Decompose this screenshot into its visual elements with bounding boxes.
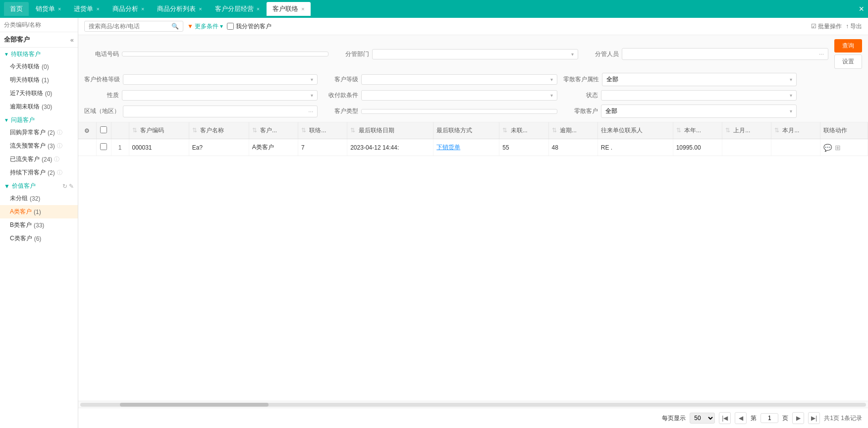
customer-type-input[interactable] — [361, 109, 557, 114]
tab-goods-list[interactable]: 商品分析列表 × — [151, 2, 208, 16]
close-goods-analysis-icon[interactable]: × — [141, 6, 144, 12]
group-value-label: 价值客户 — [12, 182, 36, 190]
last-method-header-label: 最后联络方式 — [436, 127, 472, 134]
all-customers-label: 全部客户 — [4, 35, 30, 44]
next-page-btn[interactable]: ▶ — [792, 412, 804, 424]
group-problem-customers[interactable]: ▼ 问题客户 — [0, 113, 78, 126]
row-type-cell: A类客户 — [249, 139, 298, 156]
sidebar-item-tomorrow[interactable]: 明天待联络 (1) — [0, 73, 78, 87]
last-month-header-label: 上月... — [733, 127, 750, 134]
page-number-input[interactable] — [760, 413, 778, 423]
adv-row-2: 客户价格等级 ▾ 客户等级 ▾ 零散客户属性 全部 — [84, 73, 862, 86]
settings-button[interactable]: 设置 — [834, 54, 862, 69]
tab-sales[interactable]: 销货单 × — [30, 2, 67, 16]
person-input[interactable]: ··· — [622, 48, 828, 60]
col-check-header[interactable] — [96, 122, 111, 139]
tab-goods-list-label: 商品分析列表 — [157, 4, 196, 13]
adv-row-3: 性质 ▾ 收付款条件 ▾ 状态 — [84, 90, 862, 101]
customer-type-label: 客户类型 — [324, 107, 358, 115]
retail-attr-input[interactable]: 全部 ▾ — [602, 73, 797, 86]
tab-customer-tier[interactable]: 客户分层经营 × — [209, 2, 266, 16]
advanced-filters: 电话号码 分管部门 ▾ 分管人员 ··· — [78, 35, 868, 122]
sidebar-item-repurchase-abnormal[interactable]: 回购异常客户 (2) ⓘ — [0, 126, 78, 139]
close-customer-contact-icon[interactable]: × — [301, 6, 304, 12]
sidebar-search-container: 🔍 — [0, 18, 78, 32]
price-tier-input[interactable]: ▾ — [123, 74, 318, 85]
prev-page-btn[interactable]: ◀ — [735, 412, 747, 424]
last-method-link[interactable]: 下销货单 — [436, 144, 460, 151]
scrollbar-thumb[interactable] — [120, 403, 269, 407]
export-button[interactable]: ↑ 导出 — [846, 22, 862, 31]
a-class-badge: (1) — [34, 209, 41, 215]
filter-more-btn[interactable]: ▼ 更多条件 ▾ — [187, 22, 223, 31]
sidebar-item-today[interactable]: 今天待联络 (0) — [0, 60, 78, 73]
sidebar-item-churned[interactable]: 已流失客户 (24) ⓘ — [0, 153, 78, 166]
row-check-cell[interactable] — [96, 139, 111, 156]
close-purchase-icon[interactable]: × — [96, 6, 99, 12]
customer-level-label: 客户等级 — [324, 75, 358, 84]
customer-code: 000031 — [132, 144, 152, 151]
group-value-customers[interactable]: ▼ 价值客户 ↻ ✎ — [0, 179, 78, 192]
tab-home[interactable]: 首页 — [4, 2, 29, 16]
retail-customer-label: 零散客户 — [563, 107, 598, 115]
sidebar-collapse-icon[interactable]: « — [70, 36, 74, 44]
sidebar-item-churn-warning[interactable]: 流失预警客户 (3) ⓘ — [0, 139, 78, 153]
per-page-select[interactable]: 50 10 20 100 — [690, 413, 715, 424]
gear-icon[interactable]: ⚙ — [84, 127, 90, 134]
edit-value-icon[interactable]: ✎ — [69, 183, 74, 190]
region-input[interactable]: ··· — [123, 106, 318, 117]
filter-search-input[interactable] — [89, 23, 169, 30]
tab-goods-analysis[interactable]: 商品分析 × — [107, 2, 150, 16]
select-all-checkbox[interactable] — [100, 126, 107, 133]
payment-input[interactable]: ▾ — [361, 90, 557, 101]
batch-operation-button[interactable]: ☑ 批量操作 — [811, 22, 842, 31]
customer-table: ⚙ ⇅ 客户编码 ⇅ 客户名称 — [78, 122, 868, 156]
close-goods-list-icon[interactable]: × — [199, 6, 202, 12]
last-page-btn[interactable]: ▶| — [808, 412, 820, 424]
sidebar-item-a-class[interactable]: A类客户 (1) — [0, 205, 78, 218]
refresh-icon[interactable]: ↻ — [62, 183, 67, 190]
phone-input[interactable] — [122, 52, 328, 56]
first-page-btn[interactable]: |◀ — [719, 412, 731, 424]
sidebar-item-overdue[interactable]: 逾期未联络 (30) — [0, 100, 78, 113]
churned-badge: (24) — [42, 156, 52, 163]
sort-last-date-icon: ⇅ — [350, 127, 355, 134]
sidebar-item-declining[interactable]: 持续下滑客户 (2) ⓘ — [0, 166, 78, 179]
filter-mine-container[interactable]: 我分管的客户 — [227, 22, 271, 31]
sidebar-search-input[interactable] — [4, 21, 78, 28]
filter-search-icon[interactable]: 🔍 — [171, 23, 179, 30]
group-pending-contact[interactable]: ▼ 待联络客户 — [0, 48, 78, 60]
dept-input[interactable]: ▾ — [372, 49, 579, 59]
close-all-icon[interactable]: × — [859, 4, 864, 14]
tab-customer-contact[interactable]: 客户联络 × — [267, 2, 310, 16]
customer-level-input[interactable]: ▾ — [361, 74, 557, 85]
horizontal-scrollbar[interactable] — [78, 401, 868, 408]
sidebar-item-7days[interactable]: 近7天待联络 (0) — [0, 87, 78, 100]
churned-info-icon: ⓘ — [54, 156, 59, 163]
churn-warning-label: 流失预警客户 — [10, 142, 46, 150]
col-gear-header[interactable]: ⚙ — [78, 122, 96, 139]
sidebar-item-b-class[interactable]: B类客户 (33) — [0, 218, 78, 232]
triangle-problem-icon: ▼ — [4, 117, 9, 123]
row-overdue-cell: 48 — [548, 139, 597, 156]
row-checkbox[interactable] — [100, 143, 107, 150]
retail-customer-input[interactable]: 全部 ▾ — [601, 105, 797, 118]
content-area: 🔍 ▼ 更多条件 ▾ 我分管的客户 ☑ 批量操作 ↑ 导出 — [78, 18, 868, 428]
region-label: 区域（地区） — [84, 107, 120, 115]
tab-purchase[interactable]: 进货单 × — [68, 2, 105, 16]
sort-no-contact-icon: ⇅ — [502, 127, 507, 134]
sidebar-item-ungrouped[interactable]: 未分组 (32) — [0, 192, 78, 205]
nature-input[interactable]: ▾ — [122, 90, 318, 101]
chat-action-icon[interactable]: 💬 — [823, 144, 832, 152]
qrcode-action-icon[interactable]: ⊞ — [835, 144, 841, 152]
close-sales-icon[interactable]: × — [58, 6, 61, 12]
query-button[interactable]: 查询 — [834, 39, 862, 53]
sidebar-item-c-class[interactable]: C类客户 (6) — [0, 232, 78, 245]
close-customer-tier-icon[interactable]: × — [257, 6, 260, 12]
export-icon: ↑ — [846, 23, 849, 30]
declining-info-icon: ⓘ — [57, 169, 62, 176]
col-name-header: ⇅ 客户名称 — [189, 122, 249, 139]
status-input[interactable]: ▾ — [601, 90, 797, 101]
row-name-cell: Ea? — [189, 139, 249, 156]
filter-mine-checkbox[interactable] — [227, 23, 234, 30]
